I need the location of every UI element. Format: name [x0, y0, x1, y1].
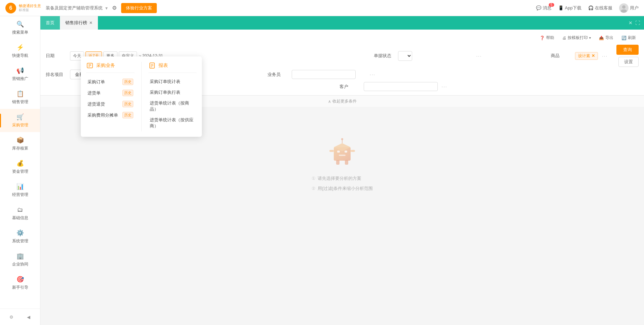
export-btn[interactable]: 📤 导出 [596, 34, 616, 42]
tab-sales-rank[interactable]: 销售排行榜 ✕ [60, 16, 98, 30]
dropdown-col2-header: 报表 [148, 62, 197, 73]
logo-icon: 6 [5, 3, 16, 13]
sidebar-item-basic-info[interactable]: 🗂 基础信息 [0, 202, 40, 225]
tab-close-all-icon[interactable]: ✕ [629, 20, 633, 26]
purchase-expense-history: 历史 [122, 112, 133, 118]
operations-icon: 📊 [16, 182, 24, 191]
refresh-btn[interactable]: 🔄 刷新 [619, 34, 639, 42]
goods-tag: 设计素 ✕ [575, 52, 598, 60]
incoming-stat-goods-label: 进货单统计表（按商品） [150, 100, 195, 112]
doc-status-more[interactable]: ··· [476, 53, 482, 58]
system-title-area: 装备及固定资产辅助管理系统 ▾ ⚙ 体验行业方案 [46, 3, 536, 13]
purchase-icon: 🛒 [16, 113, 24, 121]
doc-status-select[interactable] [398, 51, 412, 61]
incoming-return-label: 进货退货 [87, 101, 105, 107]
sidebar-footer: ⚙ ◀ [0, 309, 40, 325]
svg-rect-11 [336, 160, 339, 165]
refresh-label: 刷新 [628, 35, 636, 41]
sidebar-item-operations[interactable]: 📊 经营管理 [0, 178, 40, 202]
purchase-menu-icon [86, 62, 94, 69]
logo-area: 6 畅捷通好生意 标准版 [5, 3, 46, 13]
goods-tag-text: 设计素 [578, 53, 590, 59]
salesperson-more[interactable]: ··· [370, 72, 375, 77]
sidebar-item-marketing[interactable]: 📢 营销推广 [0, 63, 40, 86]
salesperson-label: 业务员 [267, 72, 288, 78]
dropdown-item-purchase-order-stat[interactable]: 采购订单统计表 [148, 76, 197, 87]
tab-home[interactable]: 首页 [40, 16, 60, 30]
svg-point-0 [622, 5, 625, 9]
dropdown-col2-title: 报表 [158, 63, 168, 69]
finance-icon: 💰 [16, 159, 24, 167]
dropdown-item-incoming-stat-goods[interactable]: 进货单统计表（按商品） [148, 98, 197, 115]
dropdown-item-purchase-order[interactable]: 采购订单 历史 [86, 76, 135, 87]
dropdown-item-purchase-order-exec[interactable]: 采购订单执行表 [148, 87, 197, 98]
sidebar-item-quick-nav[interactable]: ⚡ 快捷导航 [0, 39, 40, 63]
dropdown-col1-title: 采购业务 [96, 63, 115, 69]
goods-tag-close[interactable]: ✕ [592, 53, 595, 58]
online-service-action[interactable]: 🎧 在线客服 [588, 5, 612, 11]
user-label: 用户 [630, 5, 639, 11]
sidebar-item-quick-nav-label: 快捷导航 [12, 53, 28, 58]
tab-close-icon[interactable]: ✕ [89, 21, 93, 25]
dropdown-col1-header: 采购业务 [86, 62, 135, 73]
help-icon: ❓ [540, 36, 545, 40]
filter-settings-btn[interactable]: 设置 [618, 57, 639, 67]
settings-icon[interactable]: ⚙ [110, 4, 118, 12]
sidebar-item-finance[interactable]: 💰 资金管理 [0, 155, 40, 178]
message-badge: 5 [549, 3, 554, 7]
industry-btn[interactable]: 体验行业方案 [121, 3, 157, 13]
svg-rect-4 [337, 151, 340, 153]
sidebar-item-sales-label: 销售管理 [12, 99, 28, 105]
message-icon: 💬 [536, 5, 541, 10]
purchase-order-history: 历史 [122, 79, 133, 85]
purchase-order-stat-label: 采购订单统计表 [150, 79, 180, 85]
message-action[interactable]: 💬 消息 5 [536, 5, 551, 11]
rank-label: 排名项目 [46, 72, 66, 78]
customer-label: 客户 [339, 84, 360, 90]
enterprise-icon: 🏢 [16, 252, 24, 260]
collapse-label: 收起更多条件 [332, 98, 357, 104]
sidebar-item-enterprise[interactable]: 🏢 企业协同 [0, 248, 40, 271]
online-service-label: 在线客服 [595, 5, 612, 11]
dropdown-item-incoming-stat-supplier[interactable]: 进货单统计表（按供应商） [148, 115, 197, 131]
sidebar-collapse-btn[interactable]: ◀ [23, 312, 34, 322]
sidebar-item-inventory-label: 库存核算 [12, 146, 28, 151]
print-btn[interactable]: 🖨 按模板打印 ▾ [560, 34, 594, 42]
dropdown-item-incoming[interactable]: 进货单 历史 [86, 87, 135, 98]
sidebar-item-system[interactable]: ⚙️ 系统管理 [0, 225, 40, 248]
goods-more[interactable]: ··· [602, 53, 608, 58]
sidebar-item-purchase[interactable]: 🛒 采购管理 [0, 109, 40, 132]
svg-rect-5 [345, 151, 347, 153]
collapse-icon: ∧ [328, 99, 331, 104]
sidebar-item-search[interactable]: 🔍 搜索菜单 [0, 16, 40, 39]
app-download-action[interactable]: 📱 App下载 [558, 5, 581, 11]
dropdown-arrow-icon[interactable]: ▾ [105, 5, 108, 11]
help-btn[interactable]: ❓ 帮助 [537, 34, 557, 42]
print-icon: 🖨 [562, 36, 566, 40]
svg-point-8 [341, 138, 343, 140]
tab-fullscreen-icon[interactable]: ⛶ [635, 20, 640, 26]
report-menu-icon [148, 62, 156, 69]
dropdown-item-incoming-return[interactable]: 进货退货 历史 [86, 98, 135, 110]
export-icon: 📤 [599, 36, 604, 40]
system-icon: ⚙️ [16, 229, 24, 237]
sidebar-item-guide-label: 新手引导 [12, 285, 28, 290]
sidebar-item-sales[interactable]: 📋 销售管理 [0, 86, 40, 109]
sidebar-settings-btn[interactable]: ⚙ [6, 312, 17, 322]
customer-more[interactable]: ··· [442, 84, 448, 89]
tab-sales-rank-label: 销售排行榜 [65, 20, 87, 26]
customer-input[interactable] [364, 82, 438, 91]
dropdown-item-purchase-expense[interactable]: 采购费用分摊单 历史 [86, 110, 135, 121]
sidebar-item-inventory[interactable]: 📦 库存核算 [0, 132, 40, 155]
empty-illustration [325, 134, 359, 167]
query-btn[interactable]: 查询 [616, 45, 639, 55]
incoming-label: 进货单 [87, 90, 101, 96]
user-action[interactable]: 用户 [619, 3, 639, 13]
sales-icon: 📋 [16, 90, 24, 98]
purchase-order-label: 采购订单 [87, 79, 105, 85]
tab-home-label: 首页 [46, 20, 55, 26]
sidebar-item-guide[interactable]: 🎯 新手引导 [0, 271, 40, 294]
help-label: 帮助 [546, 35, 554, 41]
salesperson-input[interactable] [292, 70, 356, 79]
print-label: 按模板打印 [568, 35, 588, 41]
